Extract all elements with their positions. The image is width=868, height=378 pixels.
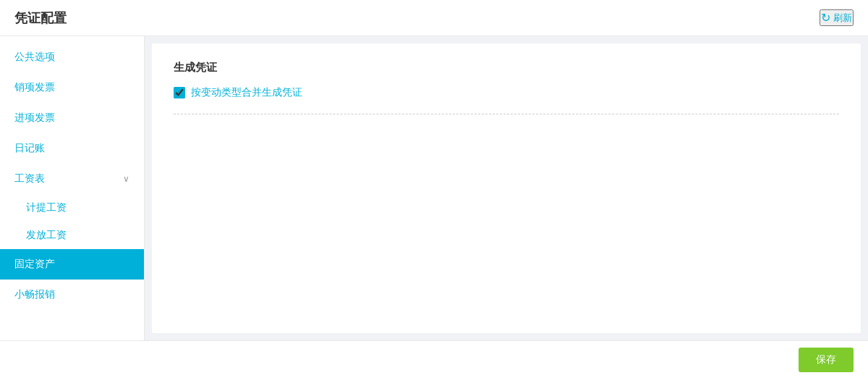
sidebar-item-sales-invoice[interactable]: 销项发票 <box>0 72 144 103</box>
sidebar-item-label: 日记账 <box>14 142 45 155</box>
save-button[interactable]: 保存 <box>799 348 854 372</box>
refresh-label: 刷新 <box>833 12 852 25</box>
page-wrapper: 凭证配置 ↻ 刷新 公共选项销项发票进项发票日记账工资表∨计提工资发放工资固定资… <box>0 0 868 378</box>
merge-checkbox[interactable] <box>174 87 185 98</box>
sidebar: 公共选项销项发票进项发票日记账工资表∨计提工资发放工资固定资产小畅报销 <box>0 36 145 340</box>
footer: 保存 <box>0 340 868 378</box>
sidebar-item-label: 小畅报销 <box>14 288 55 301</box>
page-title: 凭证配置 <box>14 9 67 27</box>
sidebar-item-purchase-invoice[interactable]: 进项发票 <box>0 103 144 133</box>
checkbox-row: 按变动类型合并生成凭证 <box>174 86 839 99</box>
sidebar-item-label: 计提工资 <box>26 201 67 213</box>
merge-checkbox-label[interactable]: 按变动类型合并生成凭证 <box>191 86 302 99</box>
main-content: 生成凭证 按变动类型合并生成凭证 <box>152 43 861 333</box>
body: 公共选项销项发票进项发票日记账工资表∨计提工资发放工资固定资产小畅报销 生成凭证… <box>0 36 868 340</box>
sidebar-item-label: 固定资产 <box>14 258 55 271</box>
chevron-down-icon: ∨ <box>123 174 129 184</box>
refresh-button[interactable]: ↻ 刷新 <box>820 9 854 26</box>
header: 凭证配置 ↻ 刷新 <box>0 0 868 36</box>
sidebar-item-label: 销项发票 <box>14 81 55 94</box>
section-divider <box>174 114 839 114</box>
refresh-icon: ↻ <box>821 11 830 25</box>
sidebar-item-label: 发放工资 <box>26 229 67 240</box>
sidebar-item-label: 工资表 <box>14 172 45 185</box>
section-title: 生成凭证 <box>174 61 839 75</box>
sidebar-item-pay-salary[interactable]: 发放工资 <box>0 222 144 249</box>
sidebar-item-label: 进项发票 <box>14 112 55 125</box>
sidebar-item-commission-salary[interactable]: 计提工资 <box>0 194 144 222</box>
sidebar-item-payroll-table[interactable]: 工资表∨ <box>0 164 144 194</box>
sidebar-item-label: 公共选项 <box>14 51 55 64</box>
sidebar-item-public-options[interactable]: 公共选项 <box>0 42 144 72</box>
sidebar-item-expense-claim[interactable]: 小畅报销 <box>0 280 144 310</box>
sidebar-item-journal[interactable]: 日记账 <box>0 133 144 164</box>
sidebar-item-fixed-assets[interactable]: 固定资产 <box>0 249 144 280</box>
